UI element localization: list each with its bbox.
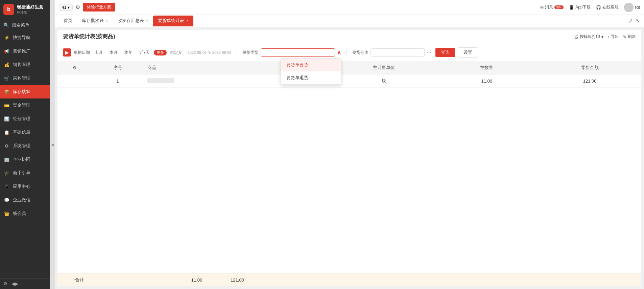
type-label: 单据类型 [242, 50, 259, 55]
page-actions: 🖨 按模板打印 ▾ ↑ 导出 ↻ 刷新 [574, 34, 636, 40]
tabs-expand-btn[interactable]: ⤢ [628, 18, 633, 24]
col-header-settings[interactable]: ⚙ [57, 61, 92, 74]
app-center-icon: 📱 [3, 183, 10, 190]
row-amount-cell: 121.00 [538, 74, 641, 88]
system-icon: ⚙ [3, 142, 10, 149]
date-tab-prev[interactable]: 上月 [92, 49, 105, 56]
product-placeholder [147, 78, 174, 83]
sidebar-item-operations[interactable]: 📊 经营管理 [0, 112, 50, 126]
sidebar-item-finance[interactable]: 💳 资金管理 [0, 98, 50, 112]
col-header-num: 序号 [92, 61, 143, 74]
sales-icon: 💰 [3, 61, 10, 68]
tab-home[interactable]: 首页 [59, 16, 77, 26]
sidebar-item-purchase[interactable]: 🛒 采购管理 [0, 71, 50, 85]
enterprise-icon: 🏢 [3, 156, 10, 163]
type-filter-group: 单据类型 ∧ [242, 48, 341, 57]
dropdown-item-order-goods[interactable]: 要货单要货 [281, 59, 341, 71]
header-left: 41 ▾ ⚙ 体验行业方案 [59, 3, 115, 12]
collapse-btn[interactable]: ◀▶ [11, 281, 18, 286]
col-header-unit: 主计量单位 [332, 61, 435, 74]
top-header: 41 ▾ ⚙ 体验行业方案 ✉ 消息 99+ 📱 App下载 🎧 在线客服 R [55, 0, 644, 15]
filter-bar: ▶ 单据日期 上月 本月 本年 近7天 更多 自定义 2023-05-06 至 … [57, 44, 641, 61]
tabs-fullscreen-btn[interactable]: ⤡ [636, 18, 640, 24]
row-settings-cell [57, 74, 92, 88]
row-qty-cell: 11.00 [435, 74, 538, 88]
marketing-icon: 📢 [3, 48, 10, 54]
table-container: ⚙ 序号 商品 主计量单位 主数量 零售金额 1 [57, 61, 641, 273]
settings-bottom-btn[interactable]: ⚙ [3, 281, 7, 286]
sidebar-item-base-info[interactable]: 📋 基础信息 [0, 126, 50, 139]
sidebar-nav: ⚡ 快捷导航 📢 营销推广 💰 销售管理 🛒 采购管理 📦 库存核算 💳 资金管… [0, 31, 50, 278]
date-filter-group: 单据日期 上月 本月 本年 近7天 更多 自定义 2023-05-06 至 20… [74, 49, 231, 56]
settings-button[interactable]: 设置 [458, 47, 478, 58]
type-input[interactable] [261, 48, 335, 57]
date-tab-curr[interactable]: 本月 [107, 49, 120, 56]
chevron-down-icon: ▾ [68, 5, 70, 10]
date-tabs: 上月 本月 本年 近7天 更多 自定义 [92, 49, 184, 56]
date-tab-custom[interactable]: 自定义 [168, 49, 184, 56]
member-icon: 👑 [3, 210, 10, 217]
sidebar-item-system[interactable]: ⚙ 系统管理 [0, 139, 50, 153]
table-footer: 合计 11.00 121.00 [57, 273, 641, 286]
page-title-bar: 要货单统计表(按商品) 🖨 按模板打印 ▾ ↑ 导出 ↻ 刷新 [57, 30, 641, 44]
header-gear-btn[interactable]: ⚙ [75, 4, 80, 10]
footer-amount: 121.00 [217, 277, 258, 283]
app-download-btn[interactable]: 📱 App下载 [569, 4, 591, 10]
tab-order-stats[interactable]: 要货单统计表 × [153, 16, 193, 26]
sidebar-item-sales[interactable]: 💰 销售管理 [0, 58, 50, 71]
sidebar: b 畅捷通好生意 标准版 🔍 搜索菜单 ⚡ 快捷导航 📢 营销推广 💰 销售管理… [0, 0, 50, 289]
tabs-bar-right: ⤢ ⤡ [628, 18, 640, 24]
purchase-icon: 🛒 [3, 75, 10, 82]
sidebar-item-quick-nav[interactable]: ⚡ 快捷导航 [0, 31, 50, 44]
app-logo-icon: b [3, 4, 14, 15]
table-settings-icon: ⚙ [73, 65, 77, 70]
export-btn[interactable]: ↑ 导出 [607, 34, 619, 40]
user-menu[interactable]: Rit [624, 3, 640, 12]
date-range-text: 2023-05-06 至 2023-06-06 [188, 50, 232, 55]
filter-separator-2 [347, 49, 347, 56]
warehouse-more-btn[interactable]: ··· [427, 49, 431, 55]
print-btn[interactable]: 🖨 按模板打印 ▾ [574, 34, 603, 40]
type-clear-btn[interactable]: ∧ [337, 49, 341, 56]
messages-btn[interactable]: ✉ 消息 99+ [540, 4, 564, 10]
quick-nav-icon: ⚡ [3, 34, 10, 41]
sidebar-item-newbie[interactable]: 🎓 新手引导 [0, 166, 50, 180]
date-tab-week[interactable]: 近7天 [137, 49, 152, 56]
tab-collect-summary[interactable]: 收发存汇总表 × [113, 16, 153, 26]
date-tab-more[interactable]: 更多 [154, 50, 167, 55]
tab-selector[interactable]: 41 ▾ [59, 4, 73, 11]
table-header-row: ⚙ 序号 商品 主计量单位 主数量 零售金额 [57, 61, 641, 74]
col-header-amount: 零售金额 [538, 61, 641, 74]
operations-icon: 📊 [3, 115, 10, 122]
row-num-cell: 1 [92, 74, 143, 88]
tab-close-order-stats[interactable]: × [186, 18, 189, 23]
sidebar-item-app-center[interactable]: 📱 应用中心 [0, 180, 50, 193]
export-icon: ↑ [607, 35, 610, 39]
sidebar-item-wechat[interactable]: 💬 企业微信 [0, 193, 50, 207]
search-icon: 🔍 [3, 22, 9, 28]
sidebar-item-marketing[interactable]: 📢 营销推广 [0, 44, 50, 58]
base-info-icon: 📋 [3, 129, 10, 136]
filter-toggle-btn[interactable]: ▶ [63, 48, 71, 57]
wechat-icon: 💬 [3, 197, 10, 203]
sidebar-item-enterprise[interactable]: 🏢 企业协同 [0, 153, 50, 166]
refresh-btn[interactable]: ↻ 刷新 [623, 34, 636, 40]
sidebar-search[interactable]: 🔍 搜索菜单 [0, 19, 50, 31]
page-content: 要货单统计表(按商品) 🖨 按模板打印 ▾ ↑ 导出 ↻ 刷新 ▶ [57, 30, 641, 286]
promo-button[interactable]: 体验行业方案 [83, 3, 115, 12]
dropdown-item-order-return[interactable]: 要货单退货 [281, 71, 341, 84]
tab-close-inventory-batch[interactable]: × [106, 18, 108, 23]
warehouse-input[interactable] [371, 48, 425, 57]
online-service-btn[interactable]: 🎧 在线客服 [596, 4, 619, 10]
data-table: ⚙ 序号 商品 主计量单位 主数量 零售金额 1 [57, 61, 641, 88]
tab-close-collect-summary[interactable]: × [146, 18, 148, 23]
filter-separator-1 [237, 49, 237, 56]
tab-inventory-batch[interactable]: 库存批次账 × [77, 16, 113, 26]
sidebar-item-member[interactable]: 👑 畅会员 [0, 207, 50, 220]
sidebar-item-inventory[interactable]: 📦 库存核算 [0, 85, 50, 98]
type-dropdown: 要货单要货 要货单退货 [281, 58, 341, 85]
sidebar-collapse-handle[interactable]: ◀ [50, 0, 55, 289]
tabs-bar: 首页 库存批次账 × 收发存汇总表 × 要货单统计表 × ⤢ ⤡ [55, 15, 644, 27]
query-button[interactable]: 查询 [435, 48, 455, 57]
date-tab-year[interactable]: 本年 [122, 49, 135, 56]
